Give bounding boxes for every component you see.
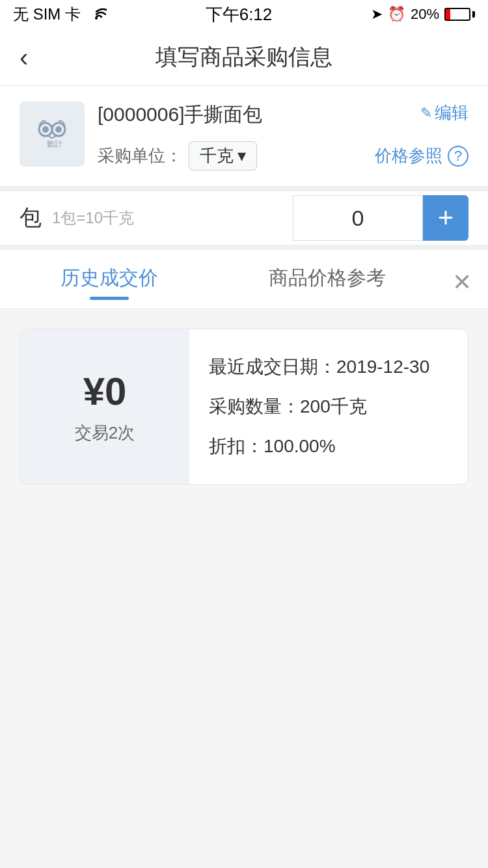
tab-bar: 历史成交价 商品价格参考 ✕ <box>0 250 488 309</box>
edit-icon: ✎ <box>420 105 432 122</box>
dropdown-arrow-icon: ▾ <box>237 146 246 166</box>
price-card-right: 最近成交日期：2019-12-30 采购数量：200千克 折扣：100.00% <box>189 329 468 484</box>
purchase-qty-label: 采购数量： <box>209 396 300 416</box>
no-sim-text: 无 SIM 卡 <box>13 4 81 25</box>
svg-point-4 <box>55 126 62 133</box>
product-thumb-icon: 數計 <box>33 111 72 157</box>
edit-button[interactable]: ✎ 编辑 <box>420 102 468 124</box>
svg-point-0 <box>95 17 98 20</box>
location-icon: ➤ <box>371 6 383 23</box>
tab-history-price[interactable]: 历史成交价 <box>0 256 218 308</box>
battery-percent: 20% <box>411 6 439 23</box>
unit-label-text: 采购单位： <box>98 144 182 167</box>
product-header: [0000006]手撕面包 ✎ 编辑 <box>98 102 468 128</box>
quantity-unit: 包 <box>20 203 42 233</box>
tab-product-label: 商品价格参考 <box>269 265 386 292</box>
quantity-section: 包 1包=10千克 0 + <box>0 191 488 250</box>
product-name: [0000006]手撕面包 <box>98 102 262 128</box>
quantity-label: 包 1包=10千克 <box>20 203 134 233</box>
quantity-hint: 1包=10千克 <box>52 208 134 228</box>
svg-text:數計: 數計 <box>47 139 62 148</box>
recent-date-value: 2019-12-30 <box>336 357 429 377</box>
price-trade-count: 交易2次 <box>75 422 135 444</box>
price-reference-link[interactable]: 价格参照 ? <box>375 144 468 167</box>
battery-indicator <box>444 8 475 21</box>
discount-row: 折扣：100.00% <box>209 432 448 461</box>
close-button[interactable]: ✕ <box>436 256 488 308</box>
edit-label: 编辑 <box>435 102 468 124</box>
product-thumbnail: 數計 <box>20 102 85 167</box>
price-card-left: ¥0 交易2次 <box>20 329 189 484</box>
unit-value: 千克 <box>200 144 234 167</box>
tab-active-indicator <box>90 297 129 300</box>
svg-point-3 <box>42 126 49 133</box>
quantity-controls: 0 + <box>293 195 468 241</box>
quantity-input[interactable]: 0 <box>293 195 423 241</box>
price-card: ¥0 交易2次 最近成交日期：2019-12-30 采购数量：200千克 折扣：… <box>20 329 468 485</box>
nav-bar: ‹ 填写商品采购信息 <box>0 29 488 86</box>
tab-product-price[interactable]: 商品价格参考 <box>218 256 436 308</box>
unit-label: 采购单位： 千克 ▾ <box>98 141 257 170</box>
quantity-value: 0 <box>352 206 364 231</box>
close-icon: ✕ <box>452 269 472 296</box>
product-info: [0000006]手撕面包 ✎ 编辑 采购单位： 千克 ▾ 价格参照 ? <box>98 102 468 170</box>
tab-history-label: 历史成交价 <box>61 265 158 292</box>
price-ref-content: ¥0 交易2次 最近成交日期：2019-12-30 采购数量：200千克 折扣：… <box>0 309 488 765</box>
product-section: 數計 [0000006]手撕面包 ✎ 编辑 采购单位： 千克 ▾ 价格参照 <box>0 86 488 191</box>
purchase-qty-row: 采购数量：200千克 <box>209 392 448 422</box>
discount-label: 折扣： <box>209 436 264 456</box>
back-button[interactable]: ‹ <box>20 44 28 70</box>
price-ref-label: 价格参照 <box>375 144 442 167</box>
purchase-qty-value: 200千克 <box>300 396 367 416</box>
recent-date-row: 最近成交日期：2019-12-30 <box>209 353 448 382</box>
wifi-icon <box>86 5 107 23</box>
price-amount: ¥0 <box>83 369 127 414</box>
status-bar-left: 无 SIM 卡 <box>13 4 107 25</box>
product-unit-row: 采购单位： 千克 ▾ 价格参照 ? <box>98 141 468 170</box>
discount-value: 100.00% <box>264 436 336 456</box>
status-bar-time: 下午6:12 <box>206 3 273 26</box>
alarm-icon: ⏰ <box>388 6 405 23</box>
recent-date-label: 最近成交日期： <box>209 357 336 377</box>
status-bar: 无 SIM 卡 下午6:12 ➤ ⏰ 20% <box>0 0 488 29</box>
quantity-plus-button[interactable]: + <box>423 195 468 241</box>
price-ref-help-icon: ? <box>448 146 468 167</box>
page-title: 填写商品采购信息 <box>156 42 332 72</box>
unit-dropdown[interactable]: 千克 ▾ <box>189 141 257 170</box>
status-bar-right: ➤ ⏰ 20% <box>371 6 475 23</box>
